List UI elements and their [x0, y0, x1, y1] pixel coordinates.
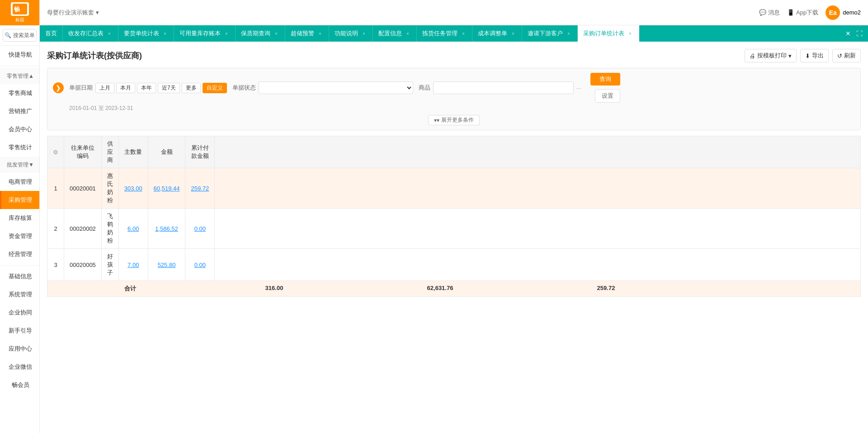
sidebar-item-inventory[interactable]: 库存核算: [0, 209, 39, 227]
tab-goods-stat-close[interactable]: ×: [162, 30, 168, 37]
td-qty-2[interactable]: 6.00: [118, 209, 148, 249]
sidebar-item-purchase[interactable]: 采购管理: [0, 191, 39, 209]
tab-function-desc[interactable]: 功能说明 ×: [329, 25, 373, 42]
tab-expiry-query-close[interactable]: ×: [273, 30, 279, 37]
filter-toggle-icon: ❯: [56, 84, 61, 91]
date-btn-last-month[interactable]: 上月: [95, 83, 114, 93]
chevron-down-icon-2: ▼: [28, 162, 34, 168]
sidebar-item-finance[interactable]: 资金管理: [0, 227, 39, 245]
td-qty-1[interactable]: 303.00: [118, 168, 148, 209]
filter-expand-row: ▾▾ 展开更多条件: [53, 115, 855, 125]
footer-row: 合计 316.00 62,631.76 259.72: [53, 285, 855, 293]
date-btn-7days[interactable]: 近7天: [158, 83, 180, 93]
sidebar-item-retail-shop[interactable]: 零售商城: [0, 84, 39, 102]
tab-invite-downstream-close[interactable]: ×: [566, 30, 572, 37]
export-button[interactable]: ⬇ 导出: [800, 49, 829, 62]
export-label: 导出: [812, 52, 824, 60]
app-download-button[interactable]: 📱 App下载: [787, 9, 818, 17]
tab-cost-adjust-close[interactable]: ×: [510, 30, 516, 37]
sidebar-item-ecommerce[interactable]: 电商管理: [0, 173, 39, 191]
sidebar-item-enterprise-wechat[interactable]: 企业微信: [0, 358, 39, 376]
print-button[interactable]: 🖨 按模板打印 ▾: [745, 49, 797, 62]
tab-expiry-query-label: 保质期查询: [241, 29, 270, 38]
tab-home-label: 首页: [45, 29, 57, 38]
tab-home[interactable]: 首页: [40, 25, 63, 42]
tab-available-stock-close[interactable]: ×: [223, 30, 230, 37]
expand-more-button[interactable]: ▾▾ 展开更多条件: [428, 115, 480, 125]
table-body: 1 00020001 惠氏奶粉 303.00 60,519.44 259.72 …: [47, 168, 861, 281]
td-paid-1[interactable]: 259.72: [185, 168, 215, 209]
filter-goods-input[interactable]: [433, 81, 574, 94]
date-btn-custom[interactable]: 自定义: [203, 83, 227, 93]
sidebar-item-app-center[interactable]: 应用中心: [0, 340, 39, 358]
td-amount-3[interactable]: 525.80: [148, 249, 185, 281]
tab-function-desc-close[interactable]: ×: [361, 30, 367, 37]
tab-pick-task-close[interactable]: ×: [460, 30, 467, 37]
sidebar-item-members[interactable]: 会员中心: [0, 120, 39, 138]
th-supplier: 供应商: [101, 136, 118, 168]
tab-goods-stat[interactable]: 要货单统计表 ×: [118, 25, 174, 42]
tab-purchase-order-stat-close[interactable]: ×: [627, 30, 633, 37]
td-paid-3[interactable]: 0.00: [185, 249, 215, 281]
query-button[interactable]: 查询: [590, 73, 620, 86]
refresh-button[interactable]: ↺ 刷新: [832, 49, 861, 62]
date-btn-this-month[interactable]: 本月: [116, 83, 135, 93]
td-paid-2[interactable]: 0.00: [185, 209, 215, 249]
filter-toggle-button[interactable]: ❯: [53, 82, 64, 93]
app-download-label: App下载: [796, 9, 818, 17]
filter-status-select[interactable]: [259, 81, 413, 94]
tabs-close-button[interactable]: ✕: [844, 28, 853, 39]
tab-config-info-label: 配置信息: [378, 29, 402, 38]
tab-cost-adjust[interactable]: 成本调整单 ×: [472, 25, 522, 42]
td-qty-3[interactable]: 7.00: [118, 249, 148, 281]
tabs-expand-button[interactable]: ⛶: [854, 28, 864, 39]
table-row: 1 00020001 惠氏奶粉 303.00 60,519.44 259.72: [47, 168, 861, 209]
tab-collect-pay-label: 收发存汇总表: [68, 29, 104, 38]
tab-config-info[interactable]: 配置信息 ×: [373, 25, 417, 42]
sidebar-item-enterprise[interactable]: 企业协同: [0, 304, 39, 322]
th-amount: 金额: [148, 136, 185, 168]
search-menu-button[interactable]: 🔍 搜索菜单: [3, 29, 37, 42]
sidebar-item-system[interactable]: 系统管理: [0, 285, 39, 304]
breadcrumb-text: 母婴行业演示账套: [47, 9, 94, 17]
tab-available-stock[interactable]: 可用量库存账本 ×: [174, 25, 236, 42]
sidebar-item-vip[interactable]: 畅会员: [0, 376, 39, 394]
tab-overstock-close[interactable]: ×: [317, 30, 323, 37]
tab-pick-task[interactable]: 拣货任务管理 ×: [417, 25, 472, 42]
sidebar-item-wholesale[interactable]: 批发管理 ▼: [0, 157, 39, 173]
export-icon: ⬇: [805, 52, 810, 59]
sidebar-item-basic-info[interactable]: 基础信息: [0, 267, 39, 285]
goods-more-icon[interactable]: ···: [576, 85, 581, 91]
date-btn-this-year[interactable]: 本年: [137, 83, 156, 93]
sidebar-item-retail-stat[interactable]: 零售统计: [0, 138, 39, 157]
td-code-3: 00020005: [64, 249, 102, 281]
th-extra: [215, 136, 861, 168]
nav-tabs-controls: ✕ ⛶: [844, 28, 868, 39]
td-amount-1[interactable]: 60,519.44: [148, 168, 185, 209]
footer-amount: 62,631.76: [357, 285, 523, 293]
tab-overstock[interactable]: 超储预警 ×: [285, 25, 329, 42]
tab-expiry-query[interactable]: 保质期查询 ×: [236, 25, 285, 42]
tab-invite-downstream[interactable]: 邀请下游客户 ×: [522, 25, 578, 42]
sidebar-item-new-guide[interactable]: 新手引导: [0, 322, 39, 340]
tab-config-info-close[interactable]: ×: [405, 30, 411, 37]
th-checkbox: ⚙: [47, 136, 64, 168]
column-settings-icon[interactable]: ⚙: [53, 149, 58, 156]
tab-collect-pay[interactable]: 收发存汇总表 ×: [63, 25, 118, 42]
sidebar-item-operations[interactable]: 经营管理: [0, 245, 39, 263]
sidebar: 畅 标题 🔍 搜索菜单 快捷导航 零售管理 ▲ 零售商城 营销推广 会员中心 零…: [0, 0, 40, 433]
settings-button[interactable]: 设置: [595, 89, 620, 103]
td-amount-2[interactable]: 1,586.52: [148, 209, 185, 249]
filter-status-label: 单据状态: [232, 84, 256, 92]
tab-purchase-order-stat[interactable]: 采购订单统计表 ×: [578, 25, 639, 42]
filter-row-1: ❯ 单据日期 上月 本月 本年 近7天 更多 自定义 单据状态: [53, 73, 855, 103]
sidebar-item-quick-nav[interactable]: 快捷导航: [0, 46, 39, 64]
sidebar-item-retail[interactable]: 零售管理 ▲: [0, 68, 39, 84]
messages-button[interactable]: 💬 消息: [759, 9, 780, 17]
main-area: 母婴行业演示账套 ▾ 💬 消息 📱 App下载 Ea demo2 首页 收发存汇…: [40, 0, 868, 433]
tab-collect-pay-close[interactable]: ×: [106, 30, 113, 37]
tab-available-stock-label: 可用量库存账本: [179, 29, 221, 38]
sidebar-item-marketing[interactable]: 营销推广: [0, 102, 39, 120]
date-btn-more[interactable]: 更多: [182, 83, 201, 93]
user-menu[interactable]: Ea demo2: [826, 5, 861, 20]
